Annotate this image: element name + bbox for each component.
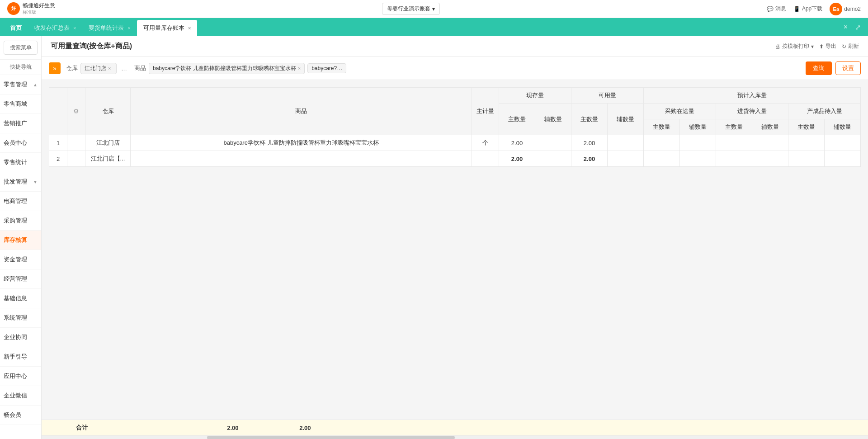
chevron-wholesale-icon: ▼ — [33, 179, 38, 184]
sidebar-enterprise-label: 企业协同 — [4, 333, 27, 341]
sidebar-item-basic[interactable]: 基础信息 — [0, 289, 41, 308]
cell-warehouse: 江北门店【... — [85, 151, 131, 167]
th-product: 商品 — [131, 88, 472, 135]
data-table: ⚙ 仓库 商品 主计量 现存量 可用量 预计入库量 主数量 辅数量 主数量 辅数… — [49, 87, 861, 167]
sidebar-item-retail-shop[interactable]: 零售商城 — [0, 94, 41, 114]
product-tag2[interactable]: babycare?… — [307, 63, 346, 73]
main-layout: 搜索菜单 快捷导航 零售管理 ▲ 零售商城 营销推广 会员中心 零售统计 批发管… — [0, 36, 868, 439]
th-products-main: 主数量 — [788, 119, 825, 135]
th-arrivals-main: 主数量 — [716, 119, 752, 135]
print-template-button[interactable]: 🖨 按模板打印 ▾ — [775, 42, 814, 50]
th-incoming-group: 预计入库量 — [644, 88, 861, 104]
cell-unit: 个 — [472, 135, 499, 151]
logo-icon: 好 — [7, 2, 20, 15]
cell-products-main — [788, 135, 825, 151]
sidebar-item-enterprise[interactable]: 企业协同 — [0, 328, 41, 347]
sidebar-basic-label: 基础信息 — [4, 294, 27, 302]
cell-stock-aux — [535, 135, 571, 151]
sidebar-item-marketing[interactable]: 营销推广 — [0, 114, 41, 133]
page-header: 可用量查询(按仓库+商品) 🖨 按模板打印 ▾ ⬆ 导出 ↻ 刷新 — [42, 36, 868, 57]
search-menu-button[interactable]: 搜索菜单 — [4, 41, 38, 55]
cell-available-aux — [608, 135, 644, 151]
cell-available-main: 2.00 — [571, 135, 608, 151]
horizontal-scrollbar[interactable] — [42, 435, 868, 439]
sidebar-item-system[interactable]: 系统管理 — [0, 308, 41, 328]
th-arrivals-aux: 辅数量 — [752, 119, 788, 135]
sidebar-operations-label: 经营管理 — [4, 275, 27, 283]
refresh-button[interactable]: ↻ 刷新 — [842, 42, 859, 50]
sidebar-item-ecommerce[interactable]: 电商管理 — [0, 192, 41, 211]
sidebar-purchase-label: 采购管理 — [4, 217, 27, 225]
sidebar-item-member2[interactable]: 畅会员 — [0, 406, 41, 425]
user-area[interactable]: Ea demo2 — [830, 3, 861, 15]
warehouse-tag-close-icon[interactable]: × — [108, 66, 111, 71]
sidebar-member2-label: 畅会员 — [4, 411, 21, 419]
settings-button[interactable]: 设置 — [835, 61, 861, 75]
query-button[interactable]: 查询 — [806, 61, 832, 75]
table-footer: 合计 2.00 2.00 — [42, 420, 868, 435]
th-available-group: 可用量 — [571, 88, 644, 104]
sidebar-item-retail[interactable]: 零售管理 ▲ — [0, 75, 41, 94]
tab-receive-pay[interactable]: 收发存汇总表 × — [28, 20, 82, 36]
maximize-button[interactable]: ⤢ — [853, 21, 863, 33]
scrollbar-thumb[interactable] — [207, 436, 455, 439]
available-stock-label: 可用量库存账本 — [143, 24, 184, 32]
sidebar-item-retail-stats[interactable]: 零售统计 — [0, 153, 41, 172]
top-bar-center: 母婴行业演示账套 ▾ — [382, 3, 440, 15]
filter-toggle-button[interactable]: » — [49, 62, 61, 74]
tab-home[interactable]: 首页 — [4, 20, 28, 36]
sidebar-system-label: 系统管理 — [4, 314, 27, 322]
print-icon: 🖨 — [775, 43, 780, 50]
sidebar-item-member[interactable]: 会员中心 — [0, 133, 41, 153]
cell-stock-main: 2.00 — [499, 151, 535, 167]
industry-select[interactable]: 母婴行业演示账套 ▾ — [382, 3, 440, 15]
quick-nav-button[interactable]: 快捷导航 — [0, 60, 41, 75]
sidebar-item-wholesale[interactable]: 批发管理 ▼ — [0, 172, 41, 192]
message-icon: 💬 — [767, 6, 774, 12]
tab-order-stats[interactable]: 要货单统计表 × — [82, 20, 137, 36]
warehouse-more-button[interactable]: … — [119, 65, 129, 72]
sidebar-retail-label: 零售管理 — [4, 80, 27, 89]
sidebar-item-inventory[interactable]: 库存核算 — [0, 231, 41, 250]
sidebar-member-label: 会员中心 — [4, 139, 27, 147]
cell-settings — [67, 135, 85, 151]
app-download-button[interactable]: 📱 App下载 — [793, 5, 822, 13]
cell-purchase-aux — [680, 151, 716, 167]
user-name: demo2 — [844, 6, 861, 12]
cell-products-aux — [825, 151, 861, 167]
sidebar-search-area: 搜索菜单 — [0, 36, 41, 60]
chevron-icon: ▲ — [33, 82, 38, 87]
sidebar-newbie-label: 新手引导 — [4, 353, 27, 361]
sidebar-item-newbie[interactable]: 新手引导 — [0, 347, 41, 367]
sidebar-item-app-center[interactable]: 应用中心 — [0, 367, 41, 386]
close-receive-pay-icon[interactable]: × — [73, 25, 76, 31]
product-tag1-close-icon[interactable]: × — [298, 66, 301, 71]
sidebar-inventory-label: 库存核算 — [4, 236, 27, 244]
close-all-tabs-button[interactable]: × — [842, 21, 849, 33]
message-button[interactable]: 💬 消息 — [767, 5, 786, 13]
warehouse-tag[interactable]: 江北门店 × — [80, 63, 117, 74]
export-button[interactable]: ⬆ 导出 — [819, 42, 836, 50]
th-purchase-main: 主数量 — [644, 119, 680, 135]
product-tag1[interactable]: babycare学饮杯 儿童防摔防撞吸管杯重力球吸嘴杯宝宝水杯 × — [149, 63, 305, 74]
sidebar-item-wechat-work[interactable]: 企业微信 — [0, 386, 41, 406]
cell-purchase-aux — [680, 135, 716, 151]
table-row: 2 江北门店【... 2.00 2.00 — [49, 151, 861, 167]
refresh-icon: ↻ — [842, 43, 846, 50]
th-warehouse: 仓库 — [85, 88, 131, 135]
th-unit: 主计量 — [472, 88, 499, 135]
th-arrivals-sub: 进货待入量 — [716, 104, 788, 119]
nav-tabs: 首页 收发存汇总表 × 要货单统计表 × 可用量库存账本 × × ⤢ — [0, 18, 868, 36]
cell-available-aux — [608, 151, 644, 167]
sidebar-item-finance[interactable]: 资金管理 — [0, 250, 41, 269]
product-filter-field: 商品 babycare学饮杯 儿童防摔防撞吸管杯重力球吸嘴杯宝宝水杯 × bab… — [134, 63, 346, 74]
close-available-stock-icon[interactable]: × — [188, 25, 191, 31]
th-settings[interactable]: ⚙ — [67, 88, 85, 135]
tab-available-stock[interactable]: 可用量库存账本 × — [137, 20, 197, 36]
close-order-stats-icon[interactable]: × — [127, 25, 130, 31]
sidebar-item-purchase[interactable]: 采购管理 — [0, 211, 41, 231]
export-icon: ⬆ — [819, 43, 824, 50]
sidebar-item-operations[interactable]: 经营管理 — [0, 269, 41, 289]
product-tag2-value: babycare?… — [311, 65, 342, 71]
logo-area: 好 畅捷通好生意 标准版 — [7, 2, 55, 15]
